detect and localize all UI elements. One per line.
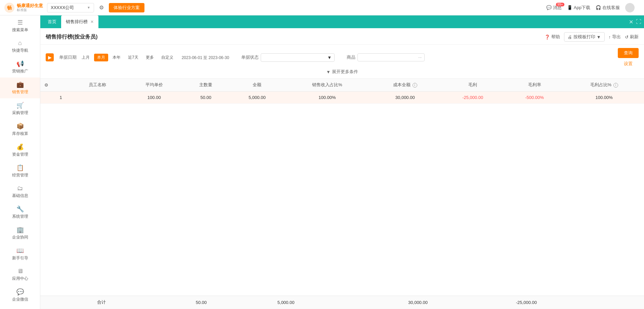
sidebar-item-wechat[interactable]: 💬 企业微信 <box>0 285 40 306</box>
col-settings[interactable]: ⚙ <box>40 79 52 92</box>
sidebar-item-search-order[interactable]: ☰ 搜索菜单 <box>0 15 40 36</box>
footer-total-label: 合计 <box>69 296 134 309</box>
sidebar-label: 企业微信 <box>12 297 28 302</box>
sidebar-item-member[interactable]: ✦ 畅会员 <box>0 306 40 309</box>
col-gross-rate: 毛利率 <box>505 79 564 92</box>
status-select[interactable]: ▼ <box>261 53 335 62</box>
print-chevron-icon: ▼ <box>597 35 601 40</box>
sidebar-item-basic-info[interactable]: 🗂 基础信息 <box>0 182 40 202</box>
sidebar-item-app-center[interactable]: 🖥 应用中心 <box>0 264 40 285</box>
filter-row: ▶ 单据日期 上月 本月 本年 近7天 更多 自定义 <box>46 48 639 67</box>
finance-icon: 💰 <box>16 143 24 151</box>
tab-close-icon[interactable]: ✕ <box>90 19 94 24</box>
settings-link[interactable]: 设置 <box>618 61 639 67</box>
print-icon: 🖨 <box>568 35 572 40</box>
logo-area: 畅 畅康通好生意 标准版 <box>4 2 44 13</box>
col-settings-icon: ⚙ <box>44 83 48 88</box>
company-selector[interactable]: XXXXX公司 ▼ <box>47 3 94 12</box>
col-rank <box>52 79 69 92</box>
gross-pct-info-icon[interactable]: i <box>613 83 618 88</box>
sidebar-item-finance[interactable]: 💰 资金管理 <box>0 140 40 161</box>
table-wrapper: ⚙ 员工名称 平均单价 主数量 全额 销售收入占比% 成本全额 i <box>40 79 644 296</box>
sidebar-label: 应用中心 <box>12 276 28 281</box>
status-chevron-icon: ▼ <box>327 55 332 60</box>
sidebar-label: 搜索菜单 <box>12 27 28 33</box>
content-area: 首页 销售排行榜 ✕ ✕ ⛶ 销售排行榜(按业务员) ❓ 帮助 <box>40 15 644 309</box>
sidebar-label: 采购管理 <box>12 110 28 116</box>
basic-info-icon: 🗂 <box>17 185 23 192</box>
sidebar-item-purchase[interactable]: 🛒 采购管理 <box>0 98 40 119</box>
cell-amount: 5,000.00 <box>229 92 285 104</box>
message-icon: 💬 <box>546 5 552 10</box>
goods-more-icon[interactable]: ··· <box>418 55 422 60</box>
filter-expand-arrow[interactable]: ▶ <box>46 53 54 61</box>
gear-button[interactable]: ⚙ <box>97 3 106 12</box>
logo-sub: 标准版 <box>17 8 43 12</box>
sidebar: ☰ 搜索菜单 ⌂ 快捷导航 📢 营销推广 💼 销售管理 🛒 采购管理 📦 库存核… <box>0 15 40 309</box>
tab-home[interactable]: 首页 <box>43 15 61 28</box>
service-icon: 🎧 <box>596 5 601 10</box>
marketing-icon: 📢 <box>16 60 24 67</box>
sidebar-item-system[interactable]: 🔧 系统管理 <box>0 202 40 223</box>
online-service-button[interactable]: 🎧 在线客服 <box>596 5 620 11</box>
sidebar-item-inventory[interactable]: 📦 库存核算 <box>0 119 40 140</box>
tab-sales-ranking[interactable]: 销售排行榜 ✕ <box>61 15 98 28</box>
cell-employee <box>69 92 126 104</box>
date-btn-custom[interactable]: 自定义 <box>158 54 176 61</box>
date-filter-label: 单据日期 <box>59 54 77 60</box>
sidebar-label: 系统管理 <box>12 214 28 219</box>
expand-conditions-button[interactable]: ▼ 展开更多条件 <box>326 69 358 75</box>
search-order-icon: ☰ <box>17 19 23 26</box>
goods-input[interactable]: ··· <box>357 53 425 61</box>
export-button[interactable]: ↑ 导出 <box>609 34 621 40</box>
sidebar-label: 企业协同 <box>12 235 28 240</box>
date-btn-more[interactable]: 更多 <box>143 54 157 61</box>
main-layout: ☰ 搜索菜单 ⌂ 快捷导航 📢 营销推广 💼 销售管理 🛒 采购管理 📦 库存核… <box>0 15 644 309</box>
col-cost: 成本全额 i <box>370 79 441 92</box>
enterprise-icon: 🏢 <box>16 226 24 234</box>
sidebar-item-guide[interactable]: 📖 新手引导 <box>0 244 40 264</box>
date-btn-this-year[interactable]: 本年 <box>110 54 124 61</box>
date-btn-this-month[interactable]: 本月 <box>94 54 108 61</box>
sidebar-item-enterprise[interactable]: 🏢 企业协同 <box>0 223 40 244</box>
cost-info-icon[interactable]: i <box>413 83 417 88</box>
logo-main: 畅康通好生意 <box>17 3 43 8</box>
footer-row: 合计 50.00 5,000.00 30,000.00 -25,000.00 <box>40 296 644 309</box>
sidebar-item-sales[interactable]: 💼 销售管理 <box>0 78 40 98</box>
help-button[interactable]: ❓ 帮助 <box>545 34 560 40</box>
trial-button[interactable]: 体验行业方案 <box>109 3 144 12</box>
cell-settings <box>40 92 52 104</box>
download-icon: 📱 <box>567 5 572 10</box>
sidebar-item-marketing[interactable]: 📢 营销推广 <box>0 57 40 78</box>
query-button[interactable]: 查询 <box>618 48 639 58</box>
page-header: 销售排行榜(按业务员) ❓ 帮助 🖨 按模板打印 ▼ ↑ 导出 <box>40 28 644 45</box>
logo-icon: 畅 <box>4 2 15 13</box>
footer-quantity: 50.00 <box>165 296 238 309</box>
footer-gross: -25,000.00 <box>471 296 582 309</box>
template-print-button[interactable]: 🖨 按模板打印 ▼ <box>564 32 605 42</box>
tab-close-window-icon[interactable]: ✕ <box>629 19 633 25</box>
refresh-button[interactable]: ↺ 刷新 <box>625 34 639 40</box>
col-gross-pct: 毛利占比% i <box>564 79 644 92</box>
guide-icon: 📖 <box>16 247 24 254</box>
wechat-icon: 💬 <box>16 288 24 296</box>
chevron-down-icon: ▼ <box>87 6 90 9</box>
date-btn-7days[interactable]: 近7天 <box>125 54 141 61</box>
operations-icon: 📋 <box>16 164 24 171</box>
message-button[interactable]: 💬 消息 99+ <box>546 5 562 11</box>
date-buttons: 上月 本月 本年 近7天 更多 自定义 <box>79 54 176 61</box>
date-btn-last-month[interactable]: 上月 <box>79 54 93 61</box>
app-download-label: App下载 <box>574 5 590 11</box>
col-avg-price: 平均单价 <box>126 79 182 92</box>
app-download-button[interactable]: 📱 App下载 <box>567 5 590 11</box>
sidebar-item-operations[interactable]: 📋 经营管理 <box>0 161 40 182</box>
data-table: ⚙ 员工名称 平均单价 主数量 全额 销售收入占比% 成本全额 i <box>40 79 644 104</box>
col-gross: 毛利 <box>441 79 505 92</box>
tab-expand-icon[interactable]: ⛶ <box>636 19 641 25</box>
purchase-icon: 🛒 <box>16 102 24 109</box>
home-icon: ⌂ <box>18 40 22 47</box>
sidebar-label: 库存核算 <box>12 131 28 137</box>
expand-label: 展开更多条件 <box>332 69 358 75</box>
sidebar-item-quick-nav[interactable]: ⌂ 快捷导航 <box>0 36 40 57</box>
company-name: XXXXX公司 <box>51 5 74 11</box>
